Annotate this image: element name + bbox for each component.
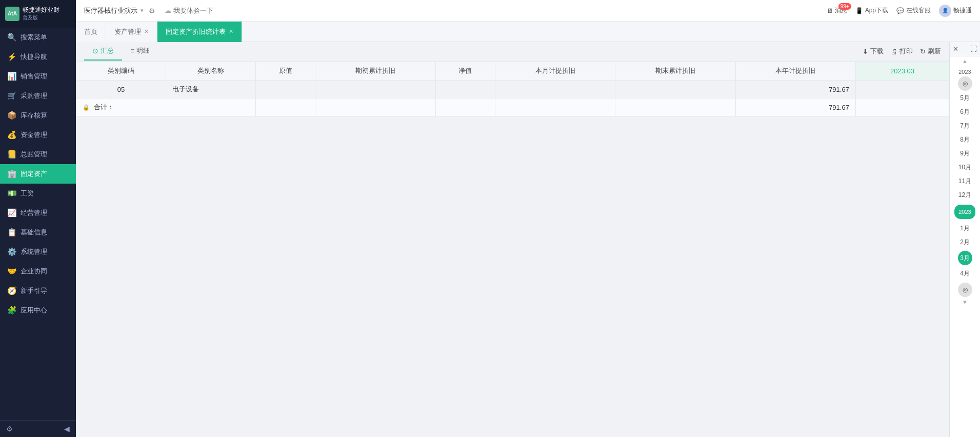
sidebar-item-ops[interactable]: 📈 经营管理 xyxy=(0,203,76,223)
sidebar-item-basic[interactable]: 📋 基础信息 xyxy=(0,223,76,242)
refresh-button[interactable]: ↻ 刷新 xyxy=(920,47,941,56)
company-selector[interactable]: 医疗器械行业演示 ▾ xyxy=(84,6,144,15)
table-row: 05 电子设备 791.67 xyxy=(76,81,949,98)
sidebar-item-label: 固定资产 xyxy=(21,169,47,178)
cell-annual-2023 xyxy=(855,81,949,98)
sidebar-item-inventory[interactable]: 📦 库存核算 xyxy=(0,106,76,125)
date-month-6[interactable]: 6月 xyxy=(950,105,980,119)
sidebar-item-label: 销售管理 xyxy=(21,72,47,81)
date-month-11[interactable]: 11月 xyxy=(950,174,980,188)
table-container: 类别编码 类别名称 原值 期初累计折旧 净值 本月计提折旧 期末累计折旧 本年计… xyxy=(76,61,949,437)
col-header-name: 类别名称 xyxy=(166,62,256,81)
sidebar-settings-icon[interactable]: ⚙ xyxy=(6,425,13,433)
sidebar-item-system[interactable]: ⚙️ 系统管理 xyxy=(0,242,76,262)
sidebar-item-label: 系统管理 xyxy=(21,247,47,256)
cell-original xyxy=(256,81,315,98)
user-menu-btn[interactable]: 👤 畅捷通 xyxy=(939,5,972,17)
messages-btn[interactable]: 🖥 消息 99+ xyxy=(827,6,847,15)
date-scroll-down[interactable]: ▼ xyxy=(962,297,968,307)
tab-home-label: 首页 xyxy=(84,27,97,36)
purchase-icon: 🛒 xyxy=(7,91,16,101)
experience-label: 我要体验一下 xyxy=(173,6,213,15)
sidebar-item-fixed[interactable]: 🏢 固定资产 xyxy=(0,164,76,184)
print-label: 打印 xyxy=(899,47,913,56)
date-month-1[interactable]: 1月 xyxy=(950,222,980,235)
tab-assets[interactable]: 资产管理 ✕ xyxy=(106,22,157,42)
sidebar-item-payroll[interactable]: 💵 工资 xyxy=(0,184,76,203)
date-month-3-active[interactable]: 3月 xyxy=(958,251,972,265)
sidebar-item-corp[interactable]: 🤝 企业协同 xyxy=(0,262,76,281)
date-panel-header: ✕ ⛶ xyxy=(950,42,980,56)
date-month-7[interactable]: 7月 xyxy=(950,119,980,133)
app-download-btn[interactable]: 📱 App下载 xyxy=(855,6,888,15)
page-inner: ⊙ 汇总 ≡ 明细 ⬇ 下载 🖨 打印 xyxy=(76,42,980,437)
sidebar-logo: AtA 畅捷通好业财 普及版 xyxy=(0,0,76,28)
sidebar-item-search[interactable]: 🔍 搜索菜单 xyxy=(0,28,76,47)
date-month-10[interactable]: 10月 xyxy=(950,161,980,174)
subtab-detail-label: 明细 xyxy=(136,46,150,55)
search-icon: 🔍 xyxy=(7,33,16,42)
sidebar-item-label: 基础信息 xyxy=(21,228,47,237)
experience-btn[interactable]: ☁ 我要体验一下 xyxy=(165,6,213,15)
sidebar-item-purchase[interactable]: 🛒 采购管理 xyxy=(0,86,76,106)
settings-icon[interactable]: ⚙ xyxy=(149,7,155,15)
subtotal-end-accum xyxy=(615,98,735,116)
inventory-icon: 📦 xyxy=(7,111,16,120)
online-service-btn[interactable]: 💬 在线客服 xyxy=(896,6,931,15)
date-month-5[interactable]: 5月 xyxy=(950,91,980,105)
summary-icon: ⊙ xyxy=(92,47,98,55)
col-header-initial: 期初累计折旧 xyxy=(315,62,435,81)
app-name: 畅捷通好业财 xyxy=(23,6,59,14)
subtotal-original xyxy=(256,98,315,116)
col-header-monthly: 本月计提折旧 xyxy=(495,62,615,81)
sidebar-item-ledger[interactable]: 📒 总账管理 xyxy=(0,145,76,164)
tab-assets-close-icon[interactable]: ✕ xyxy=(144,28,149,35)
subtotal-monthly xyxy=(495,98,615,116)
date-month-4[interactable]: 4月 xyxy=(950,267,980,281)
date-current-section: 2023 1月 2月 3月 4月 xyxy=(950,202,980,281)
sidebar-footer: ⚙ ◀ xyxy=(0,420,76,437)
tab-home[interactable]: 首页 xyxy=(76,22,106,42)
subtotal-annual-2023 xyxy=(855,98,949,116)
service-label: 在线客服 xyxy=(906,6,931,15)
sidebar-item-label: 快捷导航 xyxy=(21,52,47,62)
subtab-detail[interactable]: ≡ 明细 xyxy=(122,42,158,61)
col-header-end-accum: 期末累计折旧 xyxy=(615,62,735,81)
cell-annual: 791.67 xyxy=(735,81,855,98)
subtab-summary[interactable]: ⊙ 汇总 xyxy=(84,42,122,61)
user-name: 畅捷通 xyxy=(953,6,972,15)
col-header-code: 类别编码 xyxy=(76,62,166,81)
date-month-12[interactable]: 12月 xyxy=(950,188,980,202)
date-year-badge[interactable]: 2023 xyxy=(954,205,975,219)
sidebar-item-quicknav[interactable]: ⚡ 快捷导航 xyxy=(0,47,76,67)
app-edition: 普及版 xyxy=(23,14,59,22)
sidebar-item-label: 新手引导 xyxy=(21,286,47,295)
download-label: 下载 xyxy=(870,47,884,56)
sidebar-item-sales[interactable]: 📊 销售管理 xyxy=(0,67,76,86)
tab-depreciation[interactable]: 固定资产折旧统计表 ✕ xyxy=(157,22,242,42)
date-panel-expand-icon[interactable]: ⛶ xyxy=(970,45,977,53)
sidebar-collapse-icon[interactable]: ◀ xyxy=(64,425,70,433)
download-button[interactable]: ⬇ 下载 xyxy=(863,47,884,56)
date-month-2[interactable]: 2月 xyxy=(950,235,980,249)
ledger-icon: 📒 xyxy=(7,150,16,159)
sidebar-item-label: 库存核算 xyxy=(21,111,47,120)
subtotal-row: 🔒 合计： 791.67 xyxy=(76,98,949,116)
date-month-9[interactable]: 9月 xyxy=(950,147,980,161)
topbar-right: 🖥 消息 99+ 📱 App下载 💬 在线客服 👤 畅捷通 xyxy=(827,5,972,17)
sidebar-item-apps[interactable]: 🧩 应用中心 xyxy=(0,301,76,320)
date-month-8[interactable]: 8月 xyxy=(950,133,980,147)
tab-depreciation-close-icon[interactable]: ✕ xyxy=(229,28,233,35)
sidebar-item-funds[interactable]: 💰 资金管理 xyxy=(0,125,76,145)
cell-name: 电子设备 xyxy=(166,81,256,98)
date-panel-close-icon[interactable]: ✕ xyxy=(953,45,958,53)
print-button[interactable]: 🖨 打印 xyxy=(891,47,913,56)
sidebar-item-guide[interactable]: 🧭 新手引导 xyxy=(0,281,76,301)
date-scroll-up[interactable]: ▲ xyxy=(962,56,968,66)
sidebar-item-label: 搜索菜单 xyxy=(21,33,47,42)
message-icon: 🖥 xyxy=(827,7,833,14)
guide-icon: 🧭 xyxy=(7,286,16,295)
date-top-circle[interactable]: ◎ xyxy=(958,76,972,91)
download-icon: ⬇ xyxy=(863,48,868,55)
date-bottom-circle[interactable]: ◎ xyxy=(958,283,972,297)
